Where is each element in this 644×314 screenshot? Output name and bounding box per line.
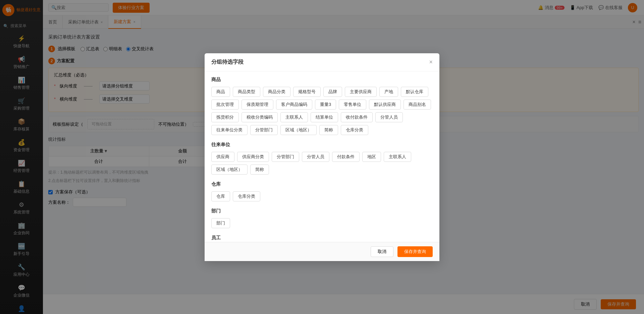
field-tags-department: 部门 [211,218,433,228]
field-tag[interactable]: 保质期管理 [241,100,273,110]
field-tag[interactable]: 区域（地区） [280,125,317,135]
field-tag[interactable]: 仓库分类 [341,125,368,135]
modal-title: 分组待选字段 [211,59,244,66]
field-tag[interactable]: 商品别名 [404,100,431,110]
modal-header: 分组待选字段 × [205,53,439,71]
field-tag[interactable]: 往来单位分类 [211,125,248,135]
field-tag[interactable]: 主要供应商 [345,87,377,97]
field-tag[interactable]: 品牌 [323,87,342,97]
field-tag[interactable]: 主联系人 [280,112,308,122]
field-tag[interactable]: 分管部门 [272,152,299,162]
field-tag[interactable]: 默认仓库 [401,87,428,97]
field-tag[interactable]: 重量3 [315,100,336,110]
modal-close-button[interactable]: × [429,59,433,66]
field-tag[interactable]: 分管人员 [302,152,329,162]
field-tag[interactable]: 付款条件 [332,152,360,162]
section-title-warehouse: 仓库 [211,181,433,187]
section-title-department: 部门 [211,208,433,214]
field-tag[interactable]: 拣货积分 [211,112,239,122]
field-tag[interactable]: 区域（地区） [211,165,248,175]
field-tag[interactable]: 商品类型 [233,87,260,97]
modal-cancel-button[interactable]: 取消 [371,246,393,257]
field-tag[interactable]: 产地 [379,87,398,97]
field-tag[interactable]: 默认供应商 [369,100,401,110]
field-tag[interactable]: 分管人员 [375,112,403,122]
modal-footer: 取消 保存并查询 [205,242,439,261]
field-tag[interactable]: 供应商分类 [237,152,269,162]
field-tag[interactable]: 规格型号 [293,87,321,97]
field-tag[interactable]: 仓库 [211,191,230,201]
field-tag[interactable]: 收付款条件 [341,112,373,122]
field-tag[interactable]: 主联系人 [384,152,411,162]
field-tag[interactable]: 供应商 [211,152,234,162]
field-tags-warehouse: 仓库仓库分类 [211,191,433,201]
field-section-warehouse: 仓库仓库仓库分类 [211,181,433,201]
field-tag[interactable]: 税收分类编码 [241,112,278,122]
field-tag[interactable]: 简称 [319,125,338,135]
field-section-department: 部门部门 [211,208,433,228]
section-title-partner: 往来单位 [211,142,433,148]
field-tag[interactable]: 分管部门 [250,125,278,135]
field-tag[interactable]: 仓库分类 [233,191,260,201]
field-tag[interactable]: 批次管理 [211,100,239,110]
field-tag[interactable]: 部门 [211,218,230,228]
field-tag[interactable]: 商品 [211,87,230,97]
modal-confirm-button[interactable]: 保存并查询 [397,246,433,257]
modal: 分组待选字段 × 商品商品商品类型商品分类规格型号品牌主要供应商产地默认仓库批次… [205,53,439,261]
field-section-employee: 员工业务员 [211,235,433,242]
field-tags-product: 商品商品类型商品分类规格型号品牌主要供应商产地默认仓库批次管理保质期管理客户商品… [211,87,433,135]
field-section-product: 商品商品商品类型商品分类规格型号品牌主要供应商产地默认仓库批次管理保质期管理客户… [211,77,433,135]
field-tag[interactable]: 结算单位 [311,112,338,122]
field-tags-partner: 供应商供应商分类分管部门分管人员付款条件地区主联系人区域（地区）简称 [211,152,433,175]
field-tag[interactable]: 地区 [362,152,381,162]
field-tag[interactable]: 商品分类 [263,87,290,97]
section-title-employee: 员工 [211,235,433,241]
modal-body: 商品商品商品类型商品分类规格型号品牌主要供应商产地默认仓库批次管理保质期管理客户… [205,71,439,242]
field-tag[interactable]: 简称 [250,165,269,175]
section-title-product: 商品 [211,77,433,83]
field-tag[interactable]: 零售单位 [339,100,366,110]
field-tag[interactable]: 客户商品编码 [276,100,312,110]
field-section-partner: 往来单位供应商供应商分类分管部门分管人员付款条件地区主联系人区域（地区）简称 [211,142,433,175]
